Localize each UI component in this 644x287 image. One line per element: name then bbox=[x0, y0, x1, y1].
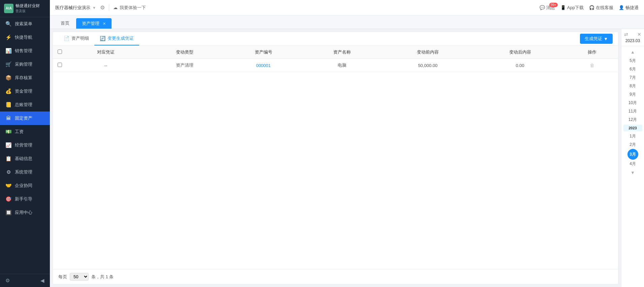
timeline-month-3-active[interactable]: 3月 bbox=[627, 149, 638, 160]
dropdown-arrow-icon: ▼ bbox=[604, 36, 608, 41]
tab-asset-label: 资产管理 bbox=[82, 21, 99, 26]
row-code: 000001 bbox=[224, 59, 303, 72]
baseinfo-icon: 📋 bbox=[5, 156, 11, 162]
service-icon: 🎧 bbox=[589, 5, 594, 10]
timeline-month-2[interactable]: 2月 bbox=[625, 140, 641, 149]
tabs-bar: 首页 资产管理 ✕ bbox=[50, 15, 644, 29]
assets-table: 对应凭证 变动类型 资产编号 资产名称 变动前内容 变动后内容 操作 bbox=[53, 46, 618, 72]
user-icon: 👤 bbox=[619, 5, 624, 10]
timeline-up-arrow[interactable]: ▲ bbox=[628, 47, 637, 57]
purchase-icon: 🛒 bbox=[5, 61, 11, 67]
sidebar-item-ledger[interactable]: 📒 总账管理 bbox=[0, 98, 50, 111]
sidebar-item-purchase[interactable]: 🛒 采购管理 bbox=[0, 58, 50, 71]
timeline-month-1[interactable]: 1月 bbox=[625, 132, 641, 140]
sidebar-item-quicknav[interactable]: ⚡ 快捷导航 bbox=[0, 31, 50, 44]
online-service-button[interactable]: 🎧 在线客服 bbox=[589, 5, 613, 11]
timeline-down-arrow[interactable]: ▼ bbox=[628, 168, 637, 177]
sidebar-item-fixedassets[interactable]: 🏛 固定资产 bbox=[0, 111, 50, 125]
tab-asset[interactable]: 资产管理 ✕ bbox=[76, 18, 112, 29]
timeline-month-10[interactable]: 10月 bbox=[625, 99, 641, 107]
company-selector[interactable]: 医疗器械行业演示 ▼ bbox=[55, 5, 96, 11]
generate-icon: 🔄 bbox=[100, 36, 105, 41]
messages-badge: 99+ bbox=[549, 3, 558, 7]
sidebar-item-inventory[interactable]: 📦 库存核算 bbox=[0, 71, 50, 85]
main-area: 医疗器械行业演示 ▼ ⚙ ☁ 我要体验一下 💬 消息 99+ 📱 App下载 🎧… bbox=[50, 0, 644, 287]
sidebar-item-operations[interactable]: 📈 经营管理 bbox=[0, 138, 50, 152]
sidebar-label-salary: 工资 bbox=[15, 129, 24, 135]
sidebar-label-baseinfo: 基础信息 bbox=[15, 156, 32, 162]
collab-icon: 🤝 bbox=[5, 183, 11, 189]
sales-icon: 📊 bbox=[5, 48, 11, 54]
page-size-select[interactable]: 20 50 100 bbox=[70, 273, 89, 281]
timeline-month-11[interactable]: 11月 bbox=[625, 107, 641, 116]
timeline-month-12[interactable]: 12月 bbox=[625, 116, 641, 124]
sidebar-item-baseinfo[interactable]: 📋 基础信息 bbox=[0, 152, 50, 165]
row-voucher: -- bbox=[66, 59, 145, 72]
select-all-checkbox[interactable] bbox=[58, 50, 62, 54]
total-label: 条，共 1 条 bbox=[91, 274, 114, 280]
content-area: 📄 资产明细 🔄 变更生成凭证 生成凭证 ▼ bbox=[50, 29, 644, 287]
th-type: 变动类型 bbox=[145, 46, 224, 59]
logo-icon: AtA bbox=[4, 4, 13, 13]
subtab-detail[interactable]: 📄 资产明细 bbox=[58, 32, 94, 45]
th-action: 操作 bbox=[566, 46, 618, 59]
sidebar-item-appcenter[interactable]: 🔲 应用中心 bbox=[0, 206, 50, 219]
settings-icon[interactable]: ⚙ bbox=[5, 278, 10, 284]
dropdown-icon: ▼ bbox=[92, 6, 96, 10]
logo-text: 畅捷通好业财 bbox=[16, 3, 40, 9]
timeline-year-2023[interactable]: 2023 bbox=[623, 125, 642, 131]
generate-voucher-label: 生成凭证 bbox=[585, 36, 602, 42]
sidebar-item-system[interactable]: ⚙ 系统管理 bbox=[0, 165, 50, 179]
timeline-month-4[interactable]: 4月 bbox=[625, 160, 641, 168]
subtab-generate-label: 变更生成凭证 bbox=[108, 35, 134, 41]
app-download-icon: 📱 bbox=[560, 5, 566, 10]
inventory-icon: 📦 bbox=[5, 75, 11, 81]
sidebar-label-search: 搜索菜单 bbox=[15, 21, 32, 27]
tab-home[interactable]: 首页 bbox=[55, 18, 75, 29]
timeline-close-icon[interactable]: ✕ bbox=[637, 32, 641, 37]
sidebar: AtA 畅捷通好业财 普及版 🔍 搜索菜单 ⚡ 快捷导航 📊 销售管理 🛒 采购… bbox=[0, 0, 50, 287]
th-name: 资产名称 bbox=[303, 46, 382, 59]
timeline-scroll: ▲ 5月 6月 7月 8月 9月 10月 11月 12月 2023 1月 2月 … bbox=[621, 46, 644, 287]
sidebar-label-fixedassets: 固定资产 bbox=[15, 115, 32, 121]
th-before: 变动前内容 bbox=[381, 46, 474, 59]
sidebar-item-search[interactable]: 🔍 搜索菜单 bbox=[0, 17, 50, 31]
tab-close-icon[interactable]: ✕ bbox=[103, 22, 106, 26]
company-name: 医疗器械行业演示 bbox=[55, 5, 90, 11]
delete-icon[interactable]: 🗑 bbox=[590, 63, 594, 68]
sidebar-item-guide[interactable]: 🎯 新手引导 bbox=[0, 192, 50, 206]
content-main: 📄 资产明细 🔄 变更生成凭证 生成凭证 ▼ bbox=[53, 32, 618, 284]
page-size-prefix: 每页 bbox=[58, 274, 67, 280]
sidebar-label-sales: 销售管理 bbox=[15, 48, 32, 54]
system-icon: ⚙ bbox=[5, 169, 11, 175]
timeline-month-5[interactable]: 5月 bbox=[625, 57, 641, 65]
collapse-icon[interactable]: ◀ bbox=[40, 278, 44, 284]
timeline-expand-icon[interactable]: ⇄ bbox=[624, 32, 628, 37]
logo-sub: 普及版 bbox=[16, 9, 40, 13]
feedback-button[interactable]: ☁ 我要体验一下 bbox=[113, 5, 146, 11]
row-checkbox-cell bbox=[53, 59, 66, 72]
user-menu[interactable]: 👤 畅捷通 bbox=[619, 5, 639, 11]
sidebar-item-salary[interactable]: 💵 工资 bbox=[0, 125, 50, 138]
timeline-month-6[interactable]: 6月 bbox=[625, 65, 641, 73]
sidebar-item-funds[interactable]: 💰 资金管理 bbox=[0, 85, 50, 98]
timeline-panel: ⇄ ✕ 2023.03 ▲ 5月 6月 7月 8月 9月 10月 11月 12月… bbox=[621, 29, 644, 287]
search-icon: 🔍 bbox=[5, 21, 11, 27]
sidebar-bottom: ⚙ ◀ bbox=[0, 274, 50, 287]
sidebar-label-guide: 新手引导 bbox=[15, 196, 32, 202]
app-download-button[interactable]: 📱 App下载 bbox=[560, 5, 584, 11]
generate-voucher-button[interactable]: 生成凭证 ▼ bbox=[580, 34, 613, 44]
subtab-generate[interactable]: 🔄 变更生成凭证 bbox=[94, 32, 139, 45]
timeline-month-7[interactable]: 7月 bbox=[625, 73, 641, 82]
messages-button[interactable]: 💬 消息 99+ bbox=[540, 5, 555, 11]
settings-gear-icon[interactable]: ⚙ bbox=[100, 4, 105, 11]
sidebar-label-operations: 经营管理 bbox=[15, 142, 32, 148]
timeline-month-8[interactable]: 8月 bbox=[625, 82, 641, 90]
sidebar-label-funds: 资金管理 bbox=[15, 88, 32, 94]
message-icon: 💬 bbox=[540, 5, 545, 10]
row-after: 0.00 bbox=[474, 59, 566, 72]
sidebar-item-collab[interactable]: 🤝 企业协同 bbox=[0, 179, 50, 192]
row-checkbox[interactable] bbox=[58, 63, 62, 67]
sidebar-item-sales[interactable]: 📊 销售管理 bbox=[0, 44, 50, 58]
timeline-month-9[interactable]: 9月 bbox=[625, 90, 641, 99]
